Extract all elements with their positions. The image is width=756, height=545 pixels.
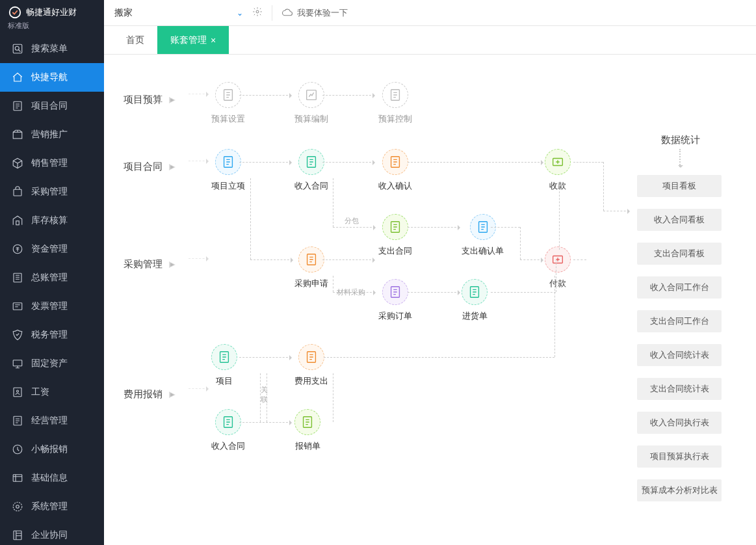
sidebar-item-project-contract[interactable]: 项目合同 xyxy=(0,92,104,120)
svg-point-19 xyxy=(256,10,259,13)
svg-rect-10 xyxy=(13,360,22,366)
node-icon xyxy=(382,82,408,108)
sidebar-item-salary[interactable]: 工资 xyxy=(0,378,104,406)
node-purchase_apply[interactable]: 采购申请 xyxy=(294,246,328,289)
play-icon xyxy=(168,163,177,172)
stat-button-2[interactable]: 支出合同看板 xyxy=(637,243,722,265)
node-purchase_order[interactable]: 采购订单 xyxy=(378,279,412,322)
connector xyxy=(324,357,554,358)
connector xyxy=(322,95,374,96)
gear-icon[interactable] xyxy=(252,7,263,19)
org-selector[interactable]: 搬家 ⌄ xyxy=(114,7,243,19)
sidebar-item-report[interactable]: 小畅报销 xyxy=(0,435,104,464)
node-label: 进货单 xyxy=(462,310,488,322)
section-contract: 项目合同 xyxy=(124,161,177,173)
cloud-icon xyxy=(281,7,293,19)
try-button[interactable]: 我要体验一下 xyxy=(281,7,348,19)
stat-button-4[interactable]: 支出合同工作台 xyxy=(637,310,722,332)
connector xyxy=(559,185,560,250)
node-icon xyxy=(215,82,241,108)
node-budget_setup[interactable]: 预算设置 xyxy=(211,82,245,125)
node-receipt[interactable]: 收款 xyxy=(545,149,571,192)
stat-button-7[interactable]: 收入合同执行表 xyxy=(637,412,722,434)
node-budget_control[interactable]: 预算控制 xyxy=(378,82,412,125)
node-expense_out[interactable]: 费用支出 xyxy=(294,344,328,387)
connector xyxy=(239,162,291,163)
node-label: 支出确认单 xyxy=(462,245,504,257)
node-project_init[interactable]: 项目立项 xyxy=(211,149,245,192)
stat-button-1[interactable]: 收入合同看板 xyxy=(637,209,722,231)
workflow-canvas: 项目预算 项目合同 采购管理 费用报销 数据统计 预算设置预算编制预算控制项目立… xyxy=(104,55,756,545)
node-income_contract[interactable]: 收入合同 xyxy=(294,149,328,192)
node-label: 支出合同 xyxy=(378,245,412,257)
stat-button-6[interactable]: 支出合同统计表 xyxy=(637,378,722,400)
sidebar-item-tax[interactable]: 税务管理 xyxy=(0,321,104,349)
connector xyxy=(408,292,460,293)
connector xyxy=(573,259,586,260)
connector xyxy=(603,162,604,211)
sidebar-item-invoice[interactable]: 发票管理 xyxy=(0,292,104,321)
node-budget_compile[interactable]: 预算编制 xyxy=(294,82,328,125)
sidebar-item-assets[interactable]: 固定资产 xyxy=(0,349,104,378)
node-label: 报销单 xyxy=(295,440,320,452)
edge-label: 材料采购 xyxy=(337,287,365,297)
node-label: 付款 xyxy=(549,278,566,289)
node-icon xyxy=(215,409,241,435)
sidebar-item-system[interactable]: 系统管理 xyxy=(0,492,104,521)
stats-arrow xyxy=(679,149,681,167)
tab-home[interactable]: 首页 xyxy=(113,26,157,54)
edge-label: 关 联 xyxy=(261,385,268,405)
stat-button-3[interactable]: 收入合同工作台 xyxy=(637,276,722,299)
connector xyxy=(333,227,375,228)
sidebar-item-search[interactable]: 搜索菜单 xyxy=(0,34,104,63)
sidebar-item-quicknav[interactable]: 快捷导航 xyxy=(0,63,104,92)
node-label: 预算编制 xyxy=(294,113,328,125)
close-icon[interactable]: × xyxy=(211,35,216,46)
sidebar-item-sales[interactable]: 销售管理 xyxy=(0,149,104,178)
sidebar-item-label: 小畅报销 xyxy=(31,444,68,455)
node-icon xyxy=(382,214,408,240)
connector xyxy=(322,162,374,163)
sidebar-item-ledger[interactable]: 总账管理 xyxy=(0,263,104,292)
sidebar-item-funds[interactable]: 资金管理 xyxy=(0,235,104,263)
svg-point-12 xyxy=(17,390,19,392)
tab-account-mgmt[interactable]: 账套管理 × xyxy=(157,26,229,54)
system-icon xyxy=(12,501,23,512)
node-expense_contract[interactable]: 支出合同 xyxy=(378,214,412,257)
node-income_contract2[interactable]: 收入合同 xyxy=(211,409,245,452)
connector xyxy=(556,259,556,292)
node-label: 项目 xyxy=(216,375,233,387)
sidebar-item-purchase[interactable]: 采购管理 xyxy=(0,178,104,206)
sidebar-item-inventory[interactable]: 库存核算 xyxy=(0,206,104,235)
connector xyxy=(408,162,543,163)
sidebar-item-enterprise[interactable]: 企业协同 xyxy=(0,521,104,545)
node-expense_confirm[interactable]: 支出确认单 xyxy=(462,214,504,257)
connector xyxy=(333,178,333,227)
sidebar-item-label: 税务管理 xyxy=(31,329,68,341)
svg-point-0 xyxy=(10,7,21,18)
sidebar-item-basic[interactable]: 基础信息 xyxy=(0,464,104,492)
node-reimbursement[interactable]: 报销单 xyxy=(294,409,320,452)
sidebar-item-marketing[interactable]: 营销推广 xyxy=(0,120,104,149)
node-goods_receipt[interactable]: 进货单 xyxy=(462,279,488,322)
sidebar-item-label: 采购管理 xyxy=(31,186,68,198)
svg-point-16 xyxy=(13,502,22,511)
stat-button-5[interactable]: 收入合同统计表 xyxy=(637,344,722,366)
svg-rect-4 xyxy=(13,132,22,139)
sidebar-item-label: 系统管理 xyxy=(31,501,68,512)
basic-icon xyxy=(12,472,23,484)
quicknav-icon xyxy=(12,72,23,83)
node-income_confirm[interactable]: 收入确认 xyxy=(378,149,412,192)
stat-button-0[interactable]: 项目看板 xyxy=(637,175,722,197)
org-selector-value: 搬家 xyxy=(114,7,133,19)
section-purchase: 采购管理 xyxy=(124,258,177,271)
sidebar-item-label: 发票管理 xyxy=(31,300,68,312)
stat-button-9[interactable]: 预算成本分析对比表 xyxy=(637,479,722,501)
svg-rect-9 xyxy=(13,303,22,310)
stat-button-8[interactable]: 项目预算执行表 xyxy=(637,445,722,468)
marketing-icon xyxy=(12,129,23,140)
brand-name: 畅捷通好业财 xyxy=(26,7,77,18)
node-payment[interactable]: 付款 xyxy=(545,246,571,289)
node-project[interactable]: 项目 xyxy=(211,344,237,387)
sidebar-item-operation[interactable]: 经营管理 xyxy=(0,406,104,435)
